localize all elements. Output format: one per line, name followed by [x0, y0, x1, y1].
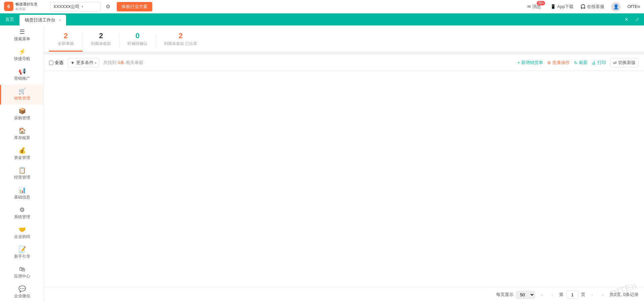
last-page-button[interactable]: »	[599, 291, 607, 299]
print-button[interactable]: 🖨 打印	[592, 60, 606, 66]
stat-label-all: 全部单据	[58, 41, 74, 47]
sidebar-item-cooperation[interactable]: 🤝 企业协同	[0, 223, 43, 243]
page-size-select[interactable]: 50 10 20 100	[516, 291, 535, 299]
sidebar-item-basic-info[interactable]: 📊 基础信息	[0, 184, 43, 203]
select-all-checkbox[interactable]	[49, 61, 53, 65]
tab-active[interactable]: 钱货日清工作台 ×	[19, 15, 66, 25]
content-area: 2 全部单据 2 到期未收款 0 旺铺待确认 2 到期未收款 已出库	[44, 25, 644, 302]
stat-tab-outbound[interactable]: 2 到期未收款 已出库	[156, 29, 205, 52]
stat-tab-pending[interactable]: 0 旺铺待确认	[119, 29, 156, 52]
logo-sub: 标准版	[15, 7, 38, 11]
guide-icon: 📝	[18, 246, 26, 252]
tab-home[interactable]: 首页	[0, 13, 19, 25]
stats-tabs: 2 全部单据 2 到期未收款 0 旺铺待确认 2 到期未收款 已出库	[44, 25, 644, 52]
batch-operation-button[interactable]: ⚙ 批量操作	[547, 60, 570, 66]
sidebar-app-center-label: 应用中心	[14, 274, 30, 279]
stat-label-overdue: 到期未收款	[91, 41, 111, 47]
app-download-button[interactable]: 📱 App下载	[550, 4, 574, 10]
user-name[interactable]: OfTEn	[627, 4, 640, 9]
logo-area: 6 畅捷通好生意 标准版	[4, 2, 48, 11]
first-page-button[interactable]: «	[538, 291, 546, 299]
refresh-icon: ↻	[574, 60, 578, 65]
trial-button[interactable]: 体验行业方案	[117, 2, 152, 11]
logo-title: 畅捷通好生意	[15, 2, 38, 6]
stat-tab-overdue[interactable]: 2 到期未收款	[83, 29, 119, 52]
sidebar-item-operation[interactable]: 📋 经营管理	[0, 164, 43, 184]
settings-button[interactable]: ⚙	[103, 2, 113, 11]
avatar[interactable]: 👤	[611, 2, 621, 11]
online-service-label: 在线客服	[587, 4, 604, 10]
switch-icon: ⇄	[613, 60, 617, 65]
toolbar: 全选 ▼ 更多条件 › 共找到 0条 相关单据 + 新增销货单 ⚙ 批量操作 ↻	[44, 55, 644, 71]
print-label: 打印	[597, 60, 606, 66]
next-page-button[interactable]: ›	[588, 291, 596, 299]
sidebar-finance-label: 资金管理	[14, 155, 30, 161]
found-suffix: 相关单据	[126, 60, 143, 65]
sidebar-system-label: 系统管理	[14, 214, 30, 220]
stat-number-all: 2	[64, 32, 68, 40]
found-text: 共找到 0条 相关单据	[103, 60, 143, 66]
sidebar-item-marketing[interactable]: 📢 营销推广	[0, 65, 43, 85]
filter-button[interactable]: ▼ 更多条件 ›	[67, 58, 99, 67]
messages-button[interactable]: ✉ 消息 99+	[527, 4, 541, 10]
sidebar-item-inventory[interactable]: 🏠 库存核算	[0, 124, 43, 144]
sidebar-item-guide[interactable]: 📝 新手引导	[0, 243, 43, 263]
page-prefix: 第	[559, 292, 564, 298]
app-center-icon: 🛍	[19, 266, 25, 272]
main-layout: ☰ 搜索菜单 ⚡ 快捷导航 📢 营销推广 🛒 销售管理 📦 采购管理 🏠 库存核…	[0, 25, 644, 302]
wechat-icon: 💬	[18, 286, 26, 292]
headset-icon: 🎧	[580, 4, 586, 9]
sidebar-item-search-menu[interactable]: ☰ 搜索菜单	[0, 25, 43, 45]
marketing-icon: 📢	[18, 68, 26, 74]
table-area	[44, 71, 644, 287]
system-icon: ⚙	[19, 207, 25, 213]
found-prefix: 共找到	[103, 60, 116, 65]
stat-tab-all[interactable]: 2 全部单据	[49, 29, 83, 52]
batch-icon: ⚙	[547, 60, 551, 65]
sidebar-item-purchase[interactable]: 📦 采购管理	[0, 105, 43, 124]
refresh-label: 刷新	[579, 60, 588, 66]
chevron-icon: ›	[95, 60, 96, 65]
refresh-button[interactable]: ↻ 刷新	[574, 60, 588, 66]
sidebar-wechat-label: 企业微信	[14, 293, 30, 299]
stat-label-pending: 旺铺待确认	[127, 41, 148, 47]
tab-active-label: 钱货日清工作台	[25, 17, 55, 23]
sidebar-guide-label: 新手引导	[14, 254, 30, 259]
stat-label-outbound: 到期未收款 已出库	[164, 41, 197, 47]
total-records: 共0页, 0条记录	[609, 292, 639, 298]
gear-icon: ⚙	[106, 3, 110, 10]
add-sales-order-button[interactable]: + 新增销货单	[518, 60, 543, 66]
top-header: 6 畅捷通好生意 标准版 XXXXXX公司 ▾ ⚙ 体验行业方案 ✉ 消息 99…	[0, 0, 644, 13]
filter-icon: ▼	[70, 60, 75, 65]
company-selector[interactable]: XXXXXX公司 ▾	[50, 2, 101, 11]
message-icon: ✉	[527, 4, 531, 9]
switch-label: 切换新版	[618, 60, 636, 66]
quick-nav-icon: ⚡	[18, 49, 26, 55]
tab-controls: ✕ ⤢	[623, 13, 644, 25]
sidebar-item-wechat[interactable]: 💬 企业微信	[0, 283, 43, 302]
stat-number-overdue: 2	[99, 32, 103, 40]
sidebar-sales-label: 销售管理	[14, 96, 30, 101]
sales-icon: 🛒	[18, 88, 26, 94]
inventory-icon: 🏠	[18, 128, 26, 134]
tab-minimize-button[interactable]: ✕	[623, 15, 631, 23]
cooperation-icon: 🤝	[18, 227, 26, 233]
purchase-icon: 📦	[18, 108, 26, 114]
company-name: XXXXXX公司	[53, 4, 79, 10]
online-service-button[interactable]: 🎧 在线客服	[580, 4, 604, 10]
prev-page-button[interactable]: ‹	[548, 291, 556, 299]
search-menu-icon: ☰	[19, 29, 25, 35]
sidebar-item-app-center[interactable]: 🛍 应用中心	[0, 263, 43, 283]
sidebar-item-quick-nav[interactable]: ⚡ 快捷导航	[0, 45, 43, 65]
select-all-area[interactable]: 全选	[49, 60, 63, 66]
sidebar-quick-nav-label: 快捷导航	[14, 56, 30, 62]
toolbar-right: + 新增销货单 ⚙ 批量操作 ↻ 刷新 🖨 打印 ⇄ 切换新版	[518, 58, 639, 67]
page-number-input[interactable]	[566, 291, 578, 299]
tab-close-icon[interactable]: ×	[59, 18, 61, 22]
sidebar-item-system[interactable]: ⚙ 系统管理	[0, 203, 43, 223]
batch-label: 批量操作	[552, 60, 570, 66]
tab-maximize-button[interactable]: ⤢	[633, 15, 641, 23]
switch-version-button[interactable]: ⇄ 切换新版	[610, 58, 639, 67]
sidebar-item-sales[interactable]: 🛒 销售管理	[0, 85, 43, 105]
sidebar-item-finance[interactable]: 💰 资金管理	[0, 144, 43, 164]
